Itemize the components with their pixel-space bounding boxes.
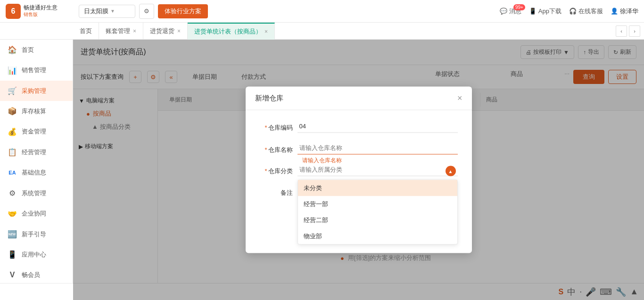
sidebar-item-purchase[interactable]: 🛒 采购管理 <box>0 81 73 101</box>
store-selector[interactable]: 日太阳膜 ▼ <box>79 5 135 18</box>
form-row-code: 仓库编码 <box>260 120 458 133</box>
sidebar: 🏠 首页 📊 销售管理 🛒 采购管理 📦 库存核算 💰 资金管理 📋 经营管理 … <box>0 40 73 300</box>
sidebar-sales-label: 销售管理 <box>22 66 46 75</box>
form-row-category: 仓库分类 ▲ 未分类 经营一部 经营二部 物业部 <box>260 163 458 176</box>
tab-home-label: 首页 <box>80 27 92 35</box>
tab-purchase-return-label: 进货退货 <box>150 27 174 35</box>
sidebar-item-enterprise[interactable]: 🤝 企业协同 <box>0 203 73 224</box>
tab-purchase-stats-label: 进货单统计表（按商品） <box>194 27 262 36</box>
sidebar-item-vip[interactable]: V 畅会员 <box>0 265 73 285</box>
app-center-icon: 📱 <box>8 250 17 259</box>
online-service-button[interactable]: 🎧 在线客服 <box>569 7 603 16</box>
purchase-icon: 🛒 <box>8 86 17 95</box>
content-area: 进货单统计(按商品) 🖨 按模板打印 ▼ ↑ 导出 ↻ 刷新 按以下方案查询 <box>73 40 644 300</box>
dropdown-item-dept1[interactable]: 经营一部 <box>298 196 457 212</box>
store-name: 日太阳膜 <box>84 7 108 16</box>
sidebar-item-app-center[interactable]: 📱 应用中心 <box>0 244 73 265</box>
tab-prev-button[interactable]: ‹ <box>616 25 627 37</box>
top-bar: 6 畅捷通好生意 销售版 日太阳膜 ▼ ⚙ 体验行业方案 💬 消息 99+ 📱 … <box>0 0 644 23</box>
user-icon: 👤 <box>611 8 618 15</box>
sidebar-home-label: 首页 <box>22 46 34 54</box>
tab-bar: 首页 账套管理 × 进货退货 × 进货单统计表（按商品） × ‹ › <box>0 23 644 40</box>
tab-purchase-return-close[interactable]: × <box>177 28 181 34</box>
note-label: 备注 <box>260 185 297 197</box>
name-label: 仓库名称 <box>260 142 297 154</box>
tab-purchase-return[interactable]: 进货退货 × <box>143 23 188 40</box>
message-icon: 💬 <box>500 8 507 15</box>
main-layout: 🏠 首页 📊 销售管理 🛒 采购管理 📦 库存核算 💰 资金管理 📋 经营管理 … <box>0 40 644 300</box>
sidebar-item-inventory[interactable]: 📦 库存核算 <box>0 101 73 121</box>
category-label: 仓库分类 <box>260 163 297 175</box>
home-icon: 🏠 <box>8 45 17 54</box>
sidebar-item-system[interactable]: ⚙ 系统管理 <box>0 183 73 203</box>
sidebar-item-finance[interactable]: 💰 资金管理 <box>0 122 73 142</box>
tab-purchase-stats-close[interactable]: × <box>264 28 268 35</box>
sidebar-purchase-label: 采购管理 <box>22 87 46 95</box>
dropdown-arrow-icon: ▼ <box>110 8 115 14</box>
sidebar-system-label: 系统管理 <box>22 189 46 198</box>
sidebar-app-center-label: 应用中心 <box>22 250 46 259</box>
form-row-name: 仓库名称 请输入仓库名称 <box>260 142 458 155</box>
mobile-icon: 📱 <box>529 8 537 15</box>
user-menu[interactable]: 👤 徐泽华 <box>611 7 638 16</box>
dropdown-item-dept2[interactable]: 经营二部 <box>298 212 457 228</box>
tab-home[interactable]: 首页 <box>73 23 99 40</box>
enterprise-icon: 🤝 <box>8 209 17 218</box>
logo-name: 畅捷通好生意 <box>24 4 58 12</box>
add-warehouse-modal: 新增仓库 × 仓库编码 仓库名称 请输入仓库名称 <box>246 87 472 253</box>
inventory-icon: 📦 <box>8 107 17 116</box>
tab-accounts-close[interactable]: × <box>133 28 136 34</box>
tab-accounts-label: 账套管理 <box>106 27 130 35</box>
code-label: 仓库编码 <box>260 120 297 132</box>
operations-icon: 📋 <box>8 148 17 157</box>
trial-button[interactable]: 体验行业方案 <box>158 4 208 18</box>
top-middle: 日太阳膜 ▼ ⚙ 体验行业方案 <box>79 4 500 19</box>
sidebar-inventory-label: 库存核算 <box>22 107 46 116</box>
logo-sub: 销售版 <box>24 11 58 18</box>
basic-info-icon: EA <box>8 170 17 175</box>
message-button[interactable]: 💬 消息 99+ <box>500 7 521 16</box>
modal-title: 新增仓库 <box>255 94 283 103</box>
dropdown-item-uncategorized[interactable]: 未分类 <box>298 180 457 196</box>
category-dropdown-arrow[interactable]: ▲ <box>446 166 456 176</box>
sidebar-item-guide[interactable]: 🆕 新手引导 <box>0 224 73 244</box>
category-dropdown: 未分类 经营一部 经营二部 物业部 <box>297 180 458 245</box>
top-right: 💬 消息 99+ 📱 App下载 🎧 在线客服 👤 徐泽华 <box>500 7 638 16</box>
username: 徐泽华 <box>620 7 638 16</box>
tab-accounts[interactable]: 账套管理 × <box>99 23 143 40</box>
logo-area: 6 畅捷通好生意 销售版 <box>6 4 79 19</box>
modal-close-button[interactable]: × <box>457 93 462 103</box>
vip-icon: V <box>8 271 17 279</box>
code-input[interactable] <box>297 120 458 133</box>
sidebar-basic-info-label: 基础信息 <box>22 168 46 177</box>
tab-right-controls: ‹ › <box>616 25 644 37</box>
sidebar-enterprise-label: 企业协同 <box>22 209 46 218</box>
finance-icon: 💰 <box>8 127 17 136</box>
app-download-button[interactable]: 📱 App下载 <box>529 7 561 16</box>
sidebar-vip-label: 畅会员 <box>22 271 40 279</box>
headset-icon: 🎧 <box>569 8 577 15</box>
sidebar-operations-label: 经营管理 <box>22 148 46 157</box>
name-input[interactable] <box>297 142 458 155</box>
message-badge: 99+ <box>513 4 525 10</box>
tab-next-button[interactable]: › <box>629 25 640 37</box>
category-select-wrap: ▲ 未分类 经营一部 经营二部 物业部 <box>297 163 458 176</box>
dropdown-item-property[interactable]: 物业部 <box>298 228 457 244</box>
sidebar-item-home[interactable]: 🏠 首页 <box>0 40 73 60</box>
modal-body: 仓库编码 仓库名称 请输入仓库名称 仓库分类 ▲ <box>246 110 472 223</box>
sidebar-guide-label: 新手引导 <box>22 230 46 239</box>
sidebar-item-basic-info[interactable]: EA 基础信息 <box>0 163 73 183</box>
sales-icon: 📊 <box>8 66 17 75</box>
modal-header: 新增仓库 × <box>246 87 472 110</box>
sidebar-finance-label: 资金管理 <box>22 127 46 136</box>
sidebar-item-sales[interactable]: 📊 销售管理 <box>0 60 73 80</box>
tab-purchase-stats[interactable]: 进货单统计表（按商品） × <box>188 23 275 40</box>
settings-button[interactable]: ⚙ <box>139 4 154 19</box>
logo-icon: 6 <box>6 4 21 19</box>
guide-icon: 🆕 <box>8 230 17 239</box>
sidebar-item-operations[interactable]: 📋 经营管理 <box>0 142 73 162</box>
system-icon: ⚙ <box>8 189 17 198</box>
category-input[interactable] <box>297 163 458 176</box>
